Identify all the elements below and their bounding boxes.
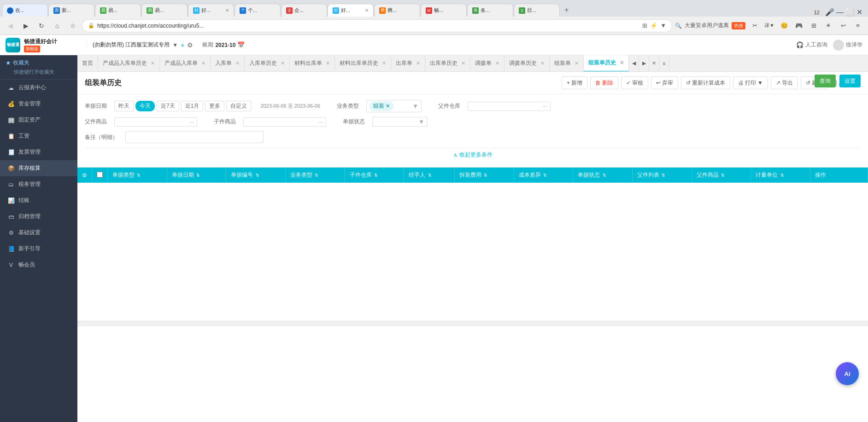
page-tab-out-order[interactable]: 出库单 ✕ [391, 55, 425, 72]
page-tab-produce-in[interactable]: 产成品入库单 ✕ [160, 55, 211, 72]
home-btn[interactable]: ⌂ [51, 19, 64, 32]
grid-icon[interactable]: ⊞ [807, 19, 820, 32]
tabs-menu-btn[interactable]: ≡ [659, 55, 669, 72]
page-tab-material-out[interactable]: 材料出库单 ✕ [290, 55, 335, 72]
last-month-btn[interactable]: 近1月 [181, 101, 204, 111]
browser-tab-active[interactable]: 好 好... ✕ [328, 4, 374, 17]
col-order-status[interactable]: 单据状态 ⇅ [573, 168, 633, 183]
page-tab-kit-history[interactable]: 组装单历史 ✕ [584, 55, 629, 72]
forward-btn[interactable]: ▶ [19, 19, 32, 32]
sidebar-item-fixed-assets[interactable]: 🏢 固定资产 [0, 112, 77, 128]
hot-tag[interactable]: 热搜 [732, 22, 745, 29]
more-date-btn[interactable]: 更多 [205, 101, 224, 111]
material-out-history-close-icon[interactable]: ✕ [382, 60, 386, 66]
sidebar-item-checkout[interactable]: 📊 结账 [0, 192, 77, 208]
page-tab-assemble-history[interactable]: 调拨单历史 ✕ [504, 55, 550, 72]
tabs-next-btn[interactable]: ▶ [639, 55, 649, 72]
col-calc-unit[interactable]: 计量单位 ⇅ [751, 168, 810, 183]
browser-tab-4[interactable]: 好 好... ✕ [188, 4, 234, 17]
sidebar-item-basic-settings[interactable]: ⚙ 基础设置 [0, 225, 77, 241]
child-goods-input[interactable]: ··· [243, 117, 326, 127]
menu-icon[interactable]: ≡ [851, 19, 864, 32]
sidebar-item-fund[interactable]: 💰 资金管理 [0, 96, 77, 112]
settings-btn[interactable]: 设置 [839, 75, 861, 87]
browser-tab-0[interactable]: 在... [2, 4, 48, 17]
chevron-down-icon[interactable]: ▼ [660, 22, 666, 29]
export-btn[interactable]: ↗ 导出 [771, 76, 798, 89]
select-all-checkbox[interactable] [97, 172, 103, 178]
bottom-scroll[interactable] [77, 321, 868, 326]
browser-tab-1[interactable]: 新 新... [48, 4, 94, 17]
add-btn[interactable]: + 新增 [562, 76, 587, 89]
browser-tab-7[interactable]: 腾 腾... [374, 4, 420, 17]
parent-warehouse-more-icon[interactable]: ··· [543, 103, 547, 110]
page-tab-assemble[interactable]: 调拨单 ✕ [470, 55, 504, 72]
brightness-icon[interactable]: ☀ [822, 19, 835, 32]
undo-icon[interactable]: ↩ [837, 19, 850, 32]
page-tab-in-history[interactable]: 入库单历史 ✕ [245, 55, 290, 72]
page-tab-kit-order[interactable]: 组装单 ✕ [550, 55, 584, 72]
today-btn[interactable]: 今天 [135, 101, 155, 111]
col-parent-goods[interactable]: 父件商品 ⇅ [692, 168, 751, 183]
col-checkbox[interactable] [92, 168, 108, 183]
sidebar-item-archive[interactable]: 🗃 归档管理 [0, 208, 77, 225]
browser-tab-5[interactable]: 个 个... [235, 4, 281, 17]
col-order-date[interactable]: 单据日期 ⇅ [167, 168, 226, 183]
abandon-btn[interactable]: ↩ 弃审 [651, 76, 678, 89]
star-btn[interactable]: ☆ [66, 19, 79, 32]
user-info[interactable]: 徐泽华 [833, 40, 862, 51]
approve-btn[interactable]: ✓ 审核 [621, 76, 648, 89]
page-tab-in-order[interactable]: 入库单 ✕ [211, 55, 245, 72]
lightning-icon[interactable]: ⚡ [650, 22, 657, 29]
favorites-label[interactable]: 收藏夹 [13, 59, 29, 67]
business-type-dropdown-icon[interactable]: ▼ [412, 103, 418, 110]
page-tab-home[interactable]: 首页 [77, 55, 98, 72]
out-order-close-icon[interactable]: ✕ [416, 60, 420, 66]
url-bar[interactable]: 🔒 https://cloud.chanjet.com/accounting/u… [82, 19, 672, 32]
child-goods-more-icon[interactable]: ··· [318, 119, 323, 125]
sidebar-item-tax[interactable]: 🗂 税务管理 [0, 176, 77, 192]
filter-collapse-btn[interactable]: ∧ 收起更多条件 [85, 148, 861, 162]
qr-icon[interactable]: ⊞ [642, 22, 647, 29]
assemble-history-close-icon[interactable]: ✕ [540, 60, 545, 66]
produce-in-history-close-icon[interactable]: ✕ [151, 60, 155, 66]
col-settings[interactable]: ⚙ [77, 168, 92, 183]
order-status-dropdown-icon[interactable]: ▼ [418, 118, 424, 125]
sidebar-item-cloud-report[interactable]: ☁ 云报表中心 [0, 80, 77, 96]
assemble-close-icon[interactable]: ✕ [495, 60, 499, 66]
tabs-prev-btn[interactable]: ◀ [629, 55, 639, 72]
last7-btn[interactable]: 近7天 [157, 101, 179, 111]
col-handler[interactable]: 经手人 ⇅ [404, 168, 455, 183]
new-tab-btn[interactable]: + [560, 4, 573, 17]
parent-goods-input[interactable]: ··· [114, 117, 197, 127]
sidebar-item-guide[interactable]: 📘 新手引导 [0, 241, 77, 257]
out-history-close-icon[interactable]: ✕ [461, 60, 465, 66]
browser-tab-2[interactable]: 易 易... [95, 4, 141, 17]
kit-history-close-icon[interactable]: ✕ [620, 60, 624, 66]
col-order-no[interactable]: 单据编号 ⇅ [226, 168, 286, 183]
calendar-icon[interactable]: 📅 [237, 41, 245, 48]
custom-date-btn[interactable]: 自定义 [226, 101, 251, 111]
browser-tab-8[interactable]: M 畅... [421, 4, 467, 17]
query-btn[interactable]: 查询 [815, 75, 836, 87]
browser-tab-9[interactable]: 各 各... [467, 4, 513, 17]
produce-in-close-icon[interactable]: ✕ [201, 60, 205, 66]
sidebar-item-salary[interactable]: 📋 工资 [0, 128, 77, 144]
delete-btn[interactable]: 🗑 删除 [590, 76, 618, 89]
tabs-close-btn[interactable]: ✕ [649, 55, 659, 72]
kit-order-close-icon[interactable]: ✕ [575, 60, 579, 66]
parent-warehouse-input[interactable]: ··· [468, 102, 551, 111]
sidebar-item-vip[interactable]: V 畅会员 [0, 257, 77, 273]
translate-icon[interactable]: 译▼ [763, 19, 776, 32]
recalc-btn[interactable]: ↺ 重新计算成本 [681, 76, 730, 89]
scissors-icon[interactable]: ✂ [748, 19, 761, 32]
in-order-close-icon[interactable]: ✕ [235, 60, 240, 66]
service-btn[interactable]: 🎧 人工咨询 [796, 41, 827, 49]
col-parent-list[interactable]: 父件列表 ⇅ [633, 168, 692, 183]
material-out-close-icon[interactable]: ✕ [326, 60, 330, 66]
col-business-type[interactable]: 业务类型 ⇅ [285, 168, 345, 183]
game-icon[interactable]: 🎮 [792, 19, 805, 32]
refresh-btn[interactable]: ↻ [35, 19, 48, 32]
sidebar-item-invoice[interactable]: 🧾 发票管理 [0, 144, 77, 160]
yesterday-btn[interactable]: 昨天 [114, 101, 134, 111]
